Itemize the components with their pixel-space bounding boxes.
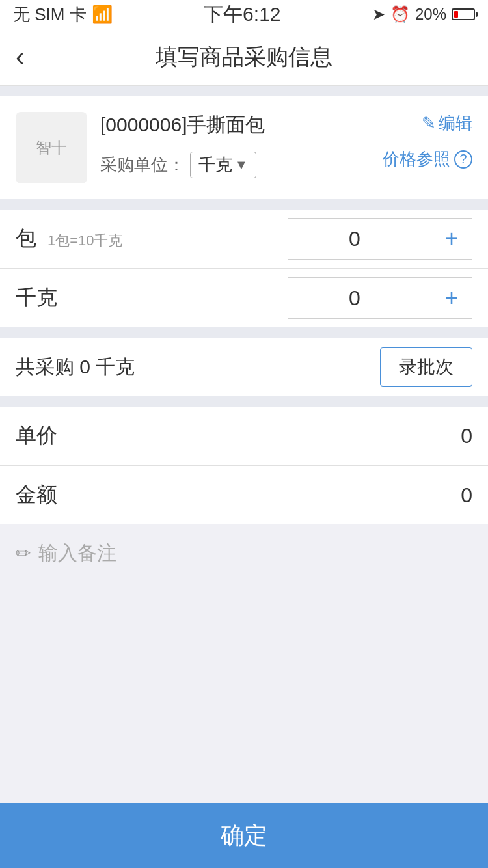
product-actions: ✎ 编辑 价格参照 ? xyxy=(383,112,472,170)
edit-label: 编辑 xyxy=(439,112,472,135)
pack-input-control: + xyxy=(288,218,472,260)
price-reference-button[interactable]: 价格参照 ? xyxy=(383,148,472,170)
status-bar: 无 SIM 卡 📶 下午6:12 ➤ ⏰ 20% xyxy=(0,0,488,29)
product-name: [0000006]手撕面包 xyxy=(100,112,370,139)
unit-value: 千克 xyxy=(198,154,232,176)
unit-selector[interactable]: 千克 ▼ xyxy=(190,152,256,178)
product-card: 智十 [0000006]手撕面包 采购单位： 千克 ▼ ✎ 编辑 价格参照 ? xyxy=(0,96,488,199)
battery-icon xyxy=(452,8,475,20)
mid-divider-3 xyxy=(0,396,488,407)
kg-plus-button[interactable]: + xyxy=(431,277,472,319)
product-thumbnail: 智十 xyxy=(16,112,87,183)
pack-input-row: 包 1包=10千克 + xyxy=(0,210,488,268)
confirm-button[interactable]: 确定 xyxy=(0,803,488,868)
location-icon: ➤ xyxy=(372,5,385,23)
kg-label: 千克 xyxy=(16,284,288,312)
nav-bar: ‹ 填写商品采购信息 xyxy=(0,29,488,86)
kg-input-row: 千克 + xyxy=(0,269,488,327)
unit-arrow-icon: ▼ xyxy=(235,157,248,172)
help-icon: ? xyxy=(454,150,472,169)
pack-sub: 1包=10千克 xyxy=(47,232,123,249)
pack-label: 包 1包=10千克 xyxy=(16,224,288,253)
summary-text: 共采购 0 千克 xyxy=(16,354,380,381)
back-button[interactable]: ‹ xyxy=(16,42,24,72)
amount-value: 0 xyxy=(461,483,472,508)
product-info: [0000006]手撕面包 采购单位： 千克 ▼ xyxy=(100,112,370,178)
kg-quantity-input[interactable] xyxy=(288,277,431,319)
price-ref-label: 价格参照 xyxy=(383,148,450,170)
pack-plus-button[interactable]: + xyxy=(431,218,472,260)
pack-quantity-input[interactable] xyxy=(288,218,431,260)
note-row[interactable]: ✏ 输入备注 xyxy=(0,524,488,582)
amount-label: 金额 xyxy=(16,481,461,509)
page-title: 填写商品采购信息 xyxy=(156,42,332,72)
status-right: ➤ ⏰ 20% xyxy=(372,5,475,23)
summary-row: 共采购 0 千克 录批次 xyxy=(0,338,488,396)
sim-label: 无 SIM 卡 xyxy=(13,3,87,26)
product-unit-row: 采购单位： 千克 ▼ xyxy=(100,152,370,178)
mid-divider-1 xyxy=(0,199,488,210)
edit-icon: ✎ xyxy=(422,113,436,133)
unit-price-value: 0 xyxy=(461,424,472,448)
kg-input-control: + xyxy=(288,277,472,319)
purchase-unit-label: 采购单位： xyxy=(100,154,185,176)
note-placeholder: 输入备注 xyxy=(38,540,116,567)
mid-divider-2 xyxy=(0,327,488,338)
battery-percent: 20% xyxy=(415,5,446,23)
note-pencil-icon: ✏ xyxy=(16,543,31,564)
status-left: 无 SIM 卡 📶 xyxy=(13,3,113,26)
record-batch-button[interactable]: 录批次 xyxy=(380,347,472,387)
battery-fill xyxy=(454,11,458,18)
amount-row: 金额 0 xyxy=(0,466,488,524)
unit-price-label: 单价 xyxy=(16,422,461,450)
bottom-area xyxy=(0,582,488,778)
edit-button[interactable]: ✎ 编辑 xyxy=(422,112,472,135)
top-divider xyxy=(0,86,488,96)
unit-price-row: 单价 0 xyxy=(0,407,488,465)
status-time: 下午6:12 xyxy=(204,1,280,28)
wifi-icon: 📶 xyxy=(92,5,113,25)
alarm-icon: ⏰ xyxy=(390,5,410,23)
thumb-text: 智十 xyxy=(36,137,67,158)
